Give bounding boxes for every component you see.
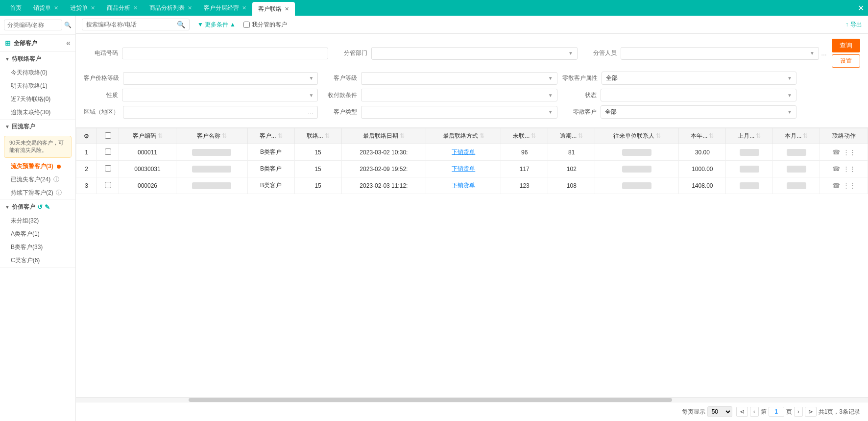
tab-home[interactable]: 首页 <box>4 0 27 16</box>
row-last-method[interactable]: 下销货单 <box>426 161 501 177</box>
tab-customer-contact-close[interactable]: ✕ <box>285 6 289 12</box>
region-select[interactable]: … <box>123 106 318 119</box>
th-contact-person[interactable]: 往来单位联系人⇅ <box>595 128 679 144</box>
last-method-link[interactable]: 下销货单 <box>452 182 475 189</box>
th-overdue[interactable]: 逾期...⇅ <box>548 128 595 144</box>
last-page-button[interactable]: ⊳ <box>805 407 817 417</box>
zero-customer-select[interactable]: 全部 ▼ <box>601 105 796 119</box>
sidebar-item-already-churn[interactable]: 已流失客户(24) ⓘ <box>0 173 75 186</box>
query-button[interactable]: 查询 <box>832 39 860 52</box>
manager-select[interactable]: ▼ <box>621 47 819 60</box>
action-phone-icon[interactable]: ☎ <box>832 182 840 189</box>
sidebar-search-input[interactable] <box>4 20 62 30</box>
last-method-link[interactable]: 下销货单 <box>452 149 475 155</box>
tab-product-analysis-close[interactable]: ✕ <box>133 5 138 11</box>
th-this-month[interactable]: 本月...⇅ <box>773 128 820 144</box>
scrollbar-thumb[interactable] <box>189 398 672 402</box>
row-select-checkbox[interactable] <box>105 182 111 188</box>
sidebar-item-7days[interactable]: 近7天待联络(0) <box>0 93 75 106</box>
row-last-method[interactable]: 下销货单 <box>426 177 501 194</box>
sidebar-item-churn-warning[interactable]: 流失预警客户(3) <box>0 160 75 173</box>
sidebar-item-declining[interactable]: 持续下滑客户(2) ⓘ <box>0 186 75 199</box>
tab-customer-tier-close[interactable]: ✕ <box>242 5 246 11</box>
tab-product-analysis[interactable]: 商品分析 ✕ <box>101 0 144 16</box>
tab-product-list-close[interactable]: ✕ <box>188 5 192 11</box>
row-select-checkbox[interactable] <box>105 165 111 172</box>
action-menu-icon[interactable]: ⋮⋮ <box>843 182 856 189</box>
region-more[interactable]: … <box>308 109 313 116</box>
nature-select[interactable]: ▼ <box>122 89 318 101</box>
th-code[interactable]: 客户编码⇅ <box>119 128 176 144</box>
th-last-date[interactable]: 最后联络日期⇅ <box>341 128 426 144</box>
export-button[interactable]: ↑ 导出 <box>845 21 862 29</box>
last-method-link[interactable]: 下销货单 <box>452 165 475 172</box>
my-customers-checkbox-label[interactable]: 我分管的客户 <box>243 21 287 29</box>
customer-level-select[interactable]: ▼ <box>361 72 557 85</box>
th-checkbox[interactable] <box>97 128 119 144</box>
manager-more-icon[interactable]: … <box>821 50 827 57</box>
th-last-method[interactable]: 最后联络方式⇅ <box>426 128 501 144</box>
settings-icon-th[interactable]: ⚙ <box>84 133 89 140</box>
dept-select[interactable]: ▼ <box>371 47 578 60</box>
sidebar-group-churn-title[interactable]: ▼ 回流客户 <box>0 120 75 134</box>
th-this-year[interactable]: 本年...⇅ <box>679 128 726 144</box>
close-window-button[interactable]: ✕ <box>858 3 864 13</box>
action-menu-icon[interactable]: ⋮⋮ <box>843 149 856 156</box>
first-page-button[interactable]: ⊲ <box>736 407 748 417</box>
prev-page-button[interactable]: ‹ <box>750 407 759 417</box>
action-phone-icon[interactable]: ☎ <box>832 149 840 156</box>
row-uncontacted: 96 <box>501 144 548 161</box>
horizontal-scrollbar[interactable] <box>76 397 868 402</box>
row-checkbox[interactable] <box>97 177 119 194</box>
tab-product-list[interactable]: 商品分析列表 ✕ <box>144 0 198 16</box>
search-input[interactable] <box>86 21 175 28</box>
sidebar-item-today[interactable]: 今天待联络(0) <box>0 66 75 79</box>
next-page-button[interactable]: › <box>794 407 803 417</box>
price-level-select[interactable]: ▼ <box>123 72 318 85</box>
row-last-method[interactable]: 下销货单 <box>426 144 501 161</box>
tab-sales[interactable]: 销货单 ✕ <box>27 0 64 16</box>
action-menu-icon[interactable]: ⋮⋮ <box>843 165 856 173</box>
sidebar-item-tomorrow[interactable]: 明天待联络(1) <box>0 79 75 93</box>
more-conditions-button[interactable]: ▼ 更多条件 ▲ <box>194 19 239 30</box>
zero-attr-select[interactable]: 全部 ▼ <box>602 72 796 85</box>
phone-input[interactable] <box>122 48 328 59</box>
th-last-month[interactable]: 上月...⇅ <box>726 128 773 144</box>
settings-button[interactable]: 设置 <box>832 54 860 68</box>
my-customers-checkbox[interactable] <box>243 22 250 28</box>
row-checkbox[interactable] <box>97 161 119 177</box>
tab-sales-close[interactable]: ✕ <box>54 5 58 11</box>
customer-type-select[interactable]: ▼ <box>361 106 557 119</box>
th-contact[interactable]: 联络...⇅ <box>294 128 341 144</box>
sidebar-item-class-b[interactable]: B类客户(33) <box>0 241 75 254</box>
sidebar-item-class-c[interactable]: C类客户(6) <box>0 254 75 267</box>
action-phone-icon[interactable]: ☎ <box>832 165 840 173</box>
collapse-icon[interactable]: « <box>66 39 71 48</box>
search-button[interactable]: 🔍 <box>177 21 185 28</box>
payment-chevron: ▼ <box>548 93 553 98</box>
sidebar-group-value-title[interactable]: ▼ 价值客户 ↺ ✎ <box>0 200 75 214</box>
edit-icon-value[interactable]: ✎ <box>45 203 50 211</box>
row-checkbox[interactable] <box>97 144 119 161</box>
per-page-select[interactable]: 50 100 200 <box>707 406 732 417</box>
payment-select[interactable]: ▼ <box>361 89 557 101</box>
select-all-checkbox[interactable] <box>105 132 111 139</box>
sidebar-item-ungroup[interactable]: 未分组(32) <box>0 214 75 227</box>
tab-purchase-close[interactable]: ✕ <box>91 5 95 11</box>
page-input[interactable] <box>769 407 784 417</box>
row-select-checkbox[interactable] <box>105 149 111 155</box>
tab-customer-contact[interactable]: 客户联络 ✕ <box>252 2 295 16</box>
sidebar-item-class-a[interactable]: A类客户(1) <box>0 227 75 241</box>
nature-label: 性质 <box>84 91 118 99</box>
th-uncontacted[interactable]: 未联...⇅ <box>501 128 548 144</box>
sidebar-all-customers[interactable]: ⊞ 全部客户 « <box>0 35 75 52</box>
tab-purchase[interactable]: 进货单 ✕ <box>64 0 101 16</box>
status-select[interactable]: ▼ <box>601 89 796 101</box>
tab-customer-tier[interactable]: 客户分层经营 ✕ <box>198 0 252 16</box>
th-name[interactable]: 客户名称⇅ <box>176 128 248 144</box>
th-settings[interactable]: ⚙ <box>76 128 97 144</box>
refresh-icon-value[interactable]: ↺ <box>37 203 43 211</box>
sidebar-group-pending-title[interactable]: ▼ 待联络客户 <box>0 52 75 66</box>
sidebar-item-overdue[interactable]: 逾期未联络(30) <box>0 106 75 119</box>
th-type[interactable]: 客户...⇅ <box>247 128 294 144</box>
